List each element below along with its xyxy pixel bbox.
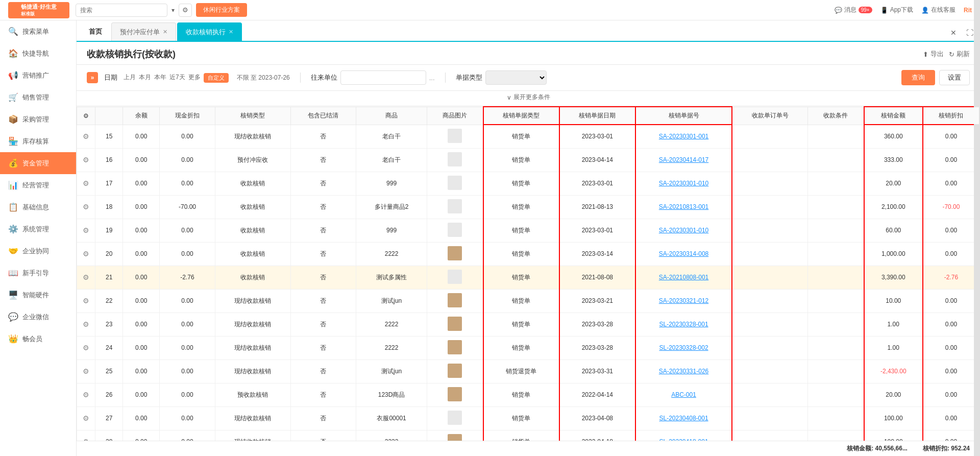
td-bill-report-no[interactable]: SA-20230301-001 [635,125,732,148]
sidebar-item-marketing[interactable]: 📢 营销推广 [0,64,76,86]
top-dropdown-btn[interactable]: ▾ [172,7,175,14]
tab-collection[interactable]: 收款核销执行 ✕ [177,22,242,41]
user-name[interactable]: Rit [964,7,972,14]
date-custom-btn[interactable]: 自定义 [204,73,229,83]
from-unit-input[interactable] [340,70,426,85]
sidebar-item-purchase[interactable]: 📦 采购管理 [0,108,76,130]
bill-no-link[interactable]: SA-20230321-012 [659,297,708,304]
sidebar-item-operations[interactable]: 📊 经营管理 [0,174,76,196]
td-bill-report-no[interactable]: SL-20230328-001 [635,313,732,336]
date-more[interactable]: 更多 [188,73,201,83]
td-settings[interactable]: ⚙ [77,359,95,383]
bill-no-link[interactable]: SA-20230314-008 [659,250,708,257]
td-bill-report-no[interactable]: SL-20230408-001 [635,406,732,430]
sidebar-item-wechat[interactable]: 💬 企业微信 [0,306,76,328]
tab-prepay-close[interactable]: ✕ [163,29,167,35]
td-bill-report-no[interactable]: SA-20210808-001 [635,266,732,289]
th-collection-order-no: 收款单订单号 [732,107,807,125]
bill-no-link[interactable]: SA-20210808-001 [659,274,708,281]
td-bill-report-no[interactable]: SA-20230331-026 [635,359,732,383]
query-button[interactable]: 查询 [901,70,935,85]
sidebar-item-enterprise[interactable]: 🤝 企业协同 [0,240,76,262]
separator [300,73,301,83]
expand-more-button[interactable]: ∨ 展开更多条件 [507,93,550,102]
td-write-off-amount: 100.00 [864,406,923,430]
bill-no-link[interactable]: SL-20230328-001 [659,321,708,328]
refresh-button[interactable]: ↻ 刷新 [949,50,970,59]
app-download-label: App下载 [890,6,913,14]
td-settings[interactable]: ⚙ [77,406,95,430]
bill-no-link[interactable]: SA-20230331-026 [659,368,708,375]
td-write-off-type: 现结收款核销 [215,336,290,359]
settings-icon[interactable]: ⚙ [179,4,192,17]
row-gear-icon: ⚙ [83,320,89,328]
bill-no-link[interactable]: SA-20230414-017 [659,156,708,163]
td-bill-report-no[interactable]: SA-20210813-001 [635,195,732,219]
td-settings[interactable]: ⚙ [77,242,95,266]
td-settings[interactable]: ⚙ [77,195,95,219]
sidebar-item-member[interactable]: 👑 畅会员 [0,328,76,350]
td-collection-order-no [732,359,807,383]
td-settings[interactable]: ⚙ [77,289,95,313]
app-download-area[interactable]: 📱 App下载 [880,6,913,14]
td-bill-report-no[interactable]: SL-20230418-001 [635,430,732,441]
setting-button[interactable]: 设置 [939,70,970,85]
td-write-off-amount: 1.00 [864,336,923,359]
bill-no-link[interactable]: SL-20230408-001 [659,415,708,422]
bill-no-link[interactable]: SA-20230301-010 [659,180,708,187]
td-bill-report-no[interactable]: SA-20230314-008 [635,242,732,266]
sidebar-item-quick-nav[interactable]: 🏠 快捷导航 [0,42,76,64]
td-settings[interactable]: ⚙ [77,266,95,289]
scrollbar[interactable] [974,42,980,456]
bill-no-link[interactable]: ABC-001 [671,391,696,398]
date-7days[interactable]: 近7天 [169,73,185,83]
td-bill-report-date: 2023-03-28 [559,336,635,359]
sidebar-item-guide[interactable]: 📖 新手引导 [0,262,76,284]
sidebar-item-search-menu[interactable]: 🔍 搜索菜单 [0,20,76,42]
sidebar-item-finance[interactable]: 💰 资金管理 [0,152,76,174]
td-settings[interactable]: ⚙ [77,219,95,242]
td-settings[interactable]: ⚙ [77,125,95,148]
td-settings[interactable]: ⚙ [77,383,95,406]
td-write-off-discount: 0.00 [923,148,979,172]
bill-no-link[interactable]: SA-20210813-001 [659,203,708,210]
sidebar-item-basic-info[interactable]: 📋 基础信息 [0,196,76,218]
online-service-label: 在线客服 [931,6,955,14]
message-area[interactable]: 💬 消息 99+ [835,6,872,14]
th-settings[interactable]: ⚙ [77,107,95,125]
td-bill-report-no[interactable]: SL-20230328-002 [635,336,732,359]
tab-prepay[interactable]: 预付冲应付单 ✕ [111,22,176,41]
bill-no-link[interactable]: SL-20230328-002 [659,344,708,351]
td-bill-report-no[interactable]: ABC-001 [635,383,732,406]
td-settings[interactable]: ⚙ [77,148,95,172]
export-button[interactable]: ⬆ 导出 [923,50,944,59]
bill-no-link[interactable]: SA-20230301-010 [659,227,708,234]
sidebar-item-hardware[interactable]: 🖥️ 智能硬件 [0,284,76,306]
tab-collection-close[interactable]: ✕ [229,29,233,35]
td-settings[interactable]: ⚙ [77,430,95,441]
sidebar-item-sales[interactable]: 🛒 销售管理 [0,86,76,108]
industry-solution-button[interactable]: 休闲行业方案 [196,3,247,17]
td-bill-report-no[interactable]: SA-20230321-012 [635,289,732,313]
td-settings[interactable]: ⚙ [77,336,95,359]
td-bill-report-no[interactable]: SA-20230301-010 [635,219,732,242]
td-settings[interactable]: ⚙ [77,313,95,336]
td-bill-report-type: 销货单 [483,172,559,195]
tab-home[interactable]: 首页 [81,22,110,41]
online-service-area[interactable]: 👤 在线客服 [921,6,955,14]
sidebar-item-system[interactable]: ⚙️ 系统管理 [0,218,76,240]
td-write-off-amount: 1,000.00 [864,242,923,266]
top-search-input[interactable] [76,4,167,17]
bill-no-link[interactable]: SA-20230301-001 [659,133,708,140]
date-last-month[interactable]: 上月 [124,73,136,83]
sidebar-item-inventory[interactable]: 🏪 库存核算 [0,130,76,152]
tab-close-window-btn[interactable]: ✕ [947,27,960,39]
bill-type-select[interactable] [485,70,547,85]
td-settings[interactable]: ⚙ [77,172,95,195]
td-bill-report-no[interactable]: SA-20230414-017 [635,148,732,172]
td-bill-report-no[interactable]: SA-20230301-010 [635,172,732,195]
date-this-month[interactable]: 本月 [139,73,151,83]
filter-expand-btn[interactable]: » [87,72,98,83]
filter-actions: 查询 设置 [901,70,970,85]
date-this-year[interactable]: 本年 [154,73,166,83]
